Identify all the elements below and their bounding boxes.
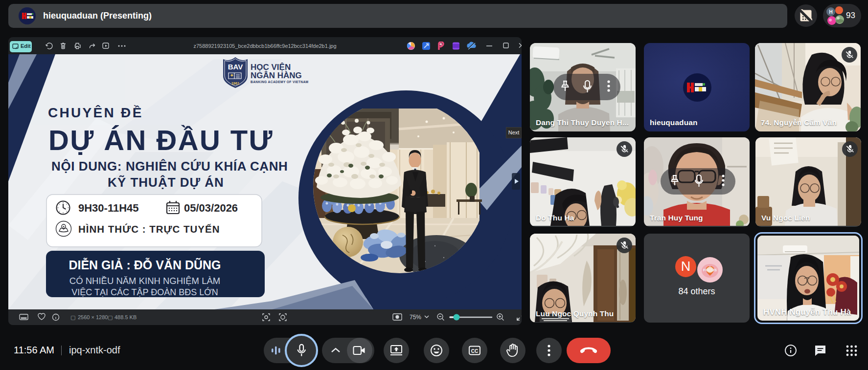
svg-text:DỰ ÁN ĐẦU TƯ: DỰ ÁN ĐẦU TƯ (48, 124, 274, 156)
svg-text:▢: ▢ (108, 314, 113, 320)
svg-text:KỸ THUẬT DỰ ÁN: KỸ THUẬT DỰ ÁN (108, 175, 224, 190)
svg-text:HÌNH THỨC : TRỰC TUYẾN: HÌNH THỨC : TRỰC TUYẾN (78, 223, 220, 235)
svg-text:9H30-11H45: 9H30-11H45 (78, 202, 139, 214)
svg-text:NGÂN HÀNG: NGÂN HÀNG (251, 71, 302, 80)
svg-text:75%: 75% (410, 314, 421, 321)
svg-text:DIỄN GIẢ : ĐỖ VĂN DŨNG: DIỄN GIẢ : ĐỖ VĂN DŨNG (69, 258, 221, 272)
svg-text:H: H (829, 9, 832, 15)
svg-text:488.5 KB: 488.5 KB (114, 314, 137, 320)
svg-text:05/03/2026: 05/03/2026 (184, 202, 238, 214)
svg-text:▢: ▢ (70, 314, 75, 320)
svg-text:VIỆC TẠI CÁC TẬP ĐOÀN BĐS LỚN: VIỆC TẠI CÁC TẬP ĐOÀN BĐS LỚN (71, 287, 218, 297)
svg-text:FOCUS: FOCUS (703, 268, 717, 272)
svg-text:CÓ NHIỀU NĂM KINH NGHIỆM LÀM: CÓ NHIỀU NĂM KINH NGHIỆM LÀM (69, 276, 220, 286)
svg-text:1961: 1961 (231, 81, 240, 86)
svg-text:2560 × 1280: 2560 × 1280 (78, 314, 108, 320)
svg-text:BAV: BAV (228, 63, 243, 71)
svg-text:NỘI DUNG: NGHIÊN CỨU KHÍA CẠNH: NỘI DUNG: NGHIÊN CỨU KHÍA CẠNH (51, 159, 288, 174)
svg-text:CC: CC (471, 348, 478, 354)
svg-text:CHUYÊN ĐỀ: CHUYÊN ĐỀ (48, 105, 143, 120)
svg-text:BANKING ACADEMY OF VIETNAM: BANKING ACADEMY OF VIETNAM (251, 80, 309, 84)
